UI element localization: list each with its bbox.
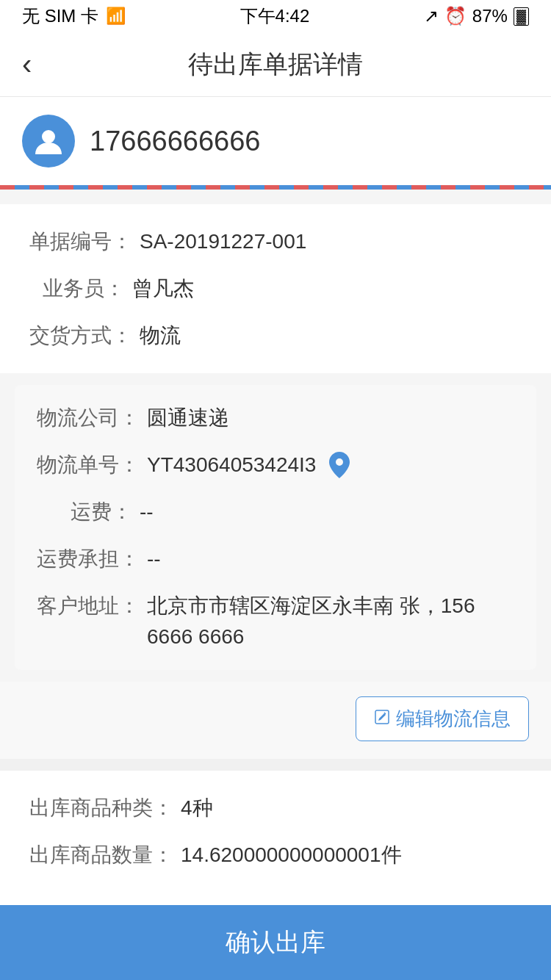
edit-logistics-button[interactable]: 编辑物流信息: [356, 696, 529, 741]
logistics-company-label: 物流公司：: [37, 403, 140, 433]
confirm-outbound-button[interactable]: 确认出库: [0, 926, 551, 959]
order-info-section: 单据编号： SA-20191227-001 业务员： 曾凡杰 交货方式： 物流: [0, 204, 551, 373]
logistics-number-label: 物流单号：: [37, 450, 140, 480]
freight-bearer-value: --: [147, 544, 514, 574]
customer-address-row: 客户地址： 北京市市辖区海淀区永丰南 张，156 6666 6666: [37, 591, 514, 652]
location-icon: ↗: [424, 6, 439, 26]
freight-label: 运费：: [37, 497, 132, 527]
user-row: 17666666666: [0, 97, 551, 185]
salesperson-label: 业务员：: [29, 273, 125, 304]
edit-btn-row: 编辑物流信息: [0, 682, 551, 759]
nav-bar: ‹ 待出库单据详情: [0, 32, 551, 97]
freight-value: --: [140, 497, 514, 527]
edit-icon: [374, 709, 390, 729]
battery-text: 87%: [472, 6, 508, 26]
goods-quantity-value: 14.620000000000001件: [181, 840, 522, 871]
back-button[interactable]: ‹: [22, 40, 46, 88]
edit-logistics-label: 编辑物流信息: [396, 706, 511, 732]
order-number-row: 单据编号： SA-20191227-001: [29, 226, 522, 257]
time-text: 下午4:42: [240, 4, 310, 28]
section-divider: [0, 759, 551, 771]
delivery-method-row: 交货方式： 物流: [29, 320, 522, 351]
goods-quantity-row: 出库商品数量： 14.620000000000001件: [29, 840, 522, 871]
goods-section: 出库商品种类： 4种 出库商品数量： 14.620000000000001件: [0, 771, 551, 893]
page-title: 待出库单据详情: [188, 48, 363, 82]
order-number-label: 单据编号：: [29, 226, 132, 257]
goods-quantity-label: 出库商品数量：: [29, 840, 173, 871]
order-number-value: SA-20191227-001: [140, 226, 522, 257]
dashed-divider: [0, 185, 551, 190]
confirm-btn-container: 确认出库: [0, 905, 551, 980]
status-left: 无 SIM 卡 📶: [22, 4, 126, 28]
logistics-company-row: 物流公司： 圆通速递: [37, 403, 514, 433]
avatar: [22, 115, 75, 167]
delivery-method-value: 物流: [140, 320, 522, 351]
freight-bearer-row: 运费承担： --: [37, 544, 514, 574]
alarm-icon: ⏰: [444, 6, 467, 26]
goods-type-label: 出库商品种类：: [29, 793, 173, 824]
location-pin-icon[interactable]: [326, 452, 353, 478]
status-bar: 无 SIM 卡 📶 下午4:42 ↗ ⏰ 87% ▓: [0, 0, 551, 32]
logistics-company-value: 圆通速递: [147, 403, 514, 433]
delivery-method-label: 交货方式：: [29, 320, 132, 351]
carrier-text: 无 SIM 卡: [22, 4, 98, 28]
goods-type-row: 出库商品种类： 4种: [29, 793, 522, 824]
status-right: ↗ ⏰ 87% ▓: [424, 6, 529, 26]
customer-address-label: 客户地址：: [37, 591, 140, 621]
wifi-icon: 📶: [106, 7, 126, 26]
user-phone: 17666666666: [90, 126, 260, 157]
freight-row: 运费： --: [37, 497, 514, 527]
logistics-section: 物流公司： 圆通速递 物流单号： YT43064053424I3 运费： -- …: [15, 385, 536, 670]
logistics-number-row: 物流单号： YT43064053424I3: [37, 450, 514, 480]
customer-address-value: 北京市市辖区海淀区永丰南 张，156 6666 6666: [147, 591, 514, 652]
battery-icon: ▓: [514, 7, 529, 26]
salesperson-value: 曾凡杰: [132, 273, 522, 304]
svg-point-0: [42, 130, 55, 143]
salesperson-row: 业务员： 曾凡杰: [29, 273, 522, 304]
freight-bearer-label: 运费承担：: [37, 544, 140, 574]
goods-type-value: 4种: [181, 793, 522, 824]
logistics-number-value: YT43064053424I3: [147, 450, 514, 480]
person-icon: [32, 125, 65, 157]
